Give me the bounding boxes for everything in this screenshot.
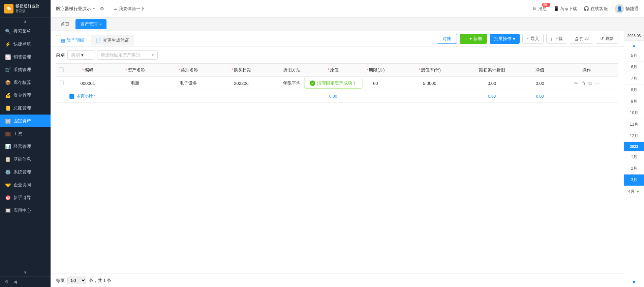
batch-arrow-icon: ▾ (513, 36, 515, 41)
batch-button[interactable]: 批量操作 ▾ (490, 34, 520, 44)
td-code: 000001 (67, 77, 109, 90)
sidebar-item-label: 新手引导 (13, 195, 31, 201)
table-header-row: *编码 *资产名称 *类别名称 *购买日期 折旧方法 (56, 64, 618, 77)
topbar-user[interactable]: 👤 畅捷通 (615, 4, 639, 13)
cal-month-12[interactable]: 12月 (624, 130, 644, 142)
cal-month-5[interactable]: 5月 (624, 50, 644, 62)
sidebar-item-sales[interactable]: 📈 销售管理 (0, 51, 51, 63)
th-actions: 操作 (555, 64, 618, 77)
delete-icon[interactable]: 🗑 (581, 81, 586, 86)
asset-detail-icon: ▦ (61, 38, 65, 43)
refresh-icon: ↺ (600, 36, 604, 41)
topbar-online-service[interactable]: 🎧 在线客服 (584, 6, 608, 12)
refresh-button[interactable]: ↺ 刷新 (596, 34, 618, 44)
sidebar-item-purchase[interactable]: 🛒 采购管理 (0, 63, 51, 76)
cal-month-10[interactable]: 10月 (624, 107, 644, 119)
cal-month-4[interactable]: 4月 ▼ (624, 186, 644, 197)
th-purchase-date: *购买日期 (215, 64, 268, 77)
topbar-gear-icon[interactable]: ⚙ (100, 6, 104, 12)
sidebar-item-ledger[interactable]: 📒 总账管理 (0, 102, 51, 115)
edit-icon[interactable]: ✏ (574, 81, 578, 86)
sidebar-scroll-down[interactable]: ▼ (0, 269, 51, 276)
fund-icon: 💰 (5, 93, 11, 98)
sidebar-item-ops[interactable]: 📊 经营管理 (0, 140, 51, 153)
per-page-label: 每页 (56, 278, 65, 284)
per-page-select[interactable]: 50 10 20 100 (67, 277, 86, 284)
sidebar-item-fund[interactable]: 💰 资金管理 (0, 89, 51, 102)
fixed-asset-icon: 🏢 (5, 118, 11, 124)
td-residual-rate: 5.0000 (400, 77, 459, 90)
th-category: *类别名称 (162, 64, 215, 77)
sidebar-item-label: 资金管理 (13, 92, 31, 98)
import-button[interactable]: ↑ 导入 (522, 34, 544, 44)
filter-select-arrow: ▾ (81, 53, 84, 58)
print-button[interactable]: 🖨 打印 (570, 34, 593, 44)
row-checkbox[interactable] (59, 81, 64, 85)
new-plus-icon: + (465, 36, 467, 41)
subtotal-net-value: 0.00 (525, 90, 555, 103)
th-residual-rate: *残值率(%) (400, 64, 459, 77)
subtotal-accumulated: 0.00 (459, 90, 525, 103)
topbar-message[interactable]: 🖥 消息 99+ (532, 6, 547, 12)
calendar-scroll: 5月 6月 7月 8月 9月 10月 11月 12月 2023 1月 2月 3月… (624, 50, 644, 278)
topbar-app-download[interactable]: 📱 App下载 (554, 6, 577, 12)
subtab-asset-detail[interactable]: ▦ 资产明细 (56, 35, 89, 46)
td-accumulated-depreciation: 0.00 (459, 77, 525, 90)
search-icon: 🔍 (5, 29, 11, 34)
download-icon: ↓ (551, 36, 553, 41)
cal-month-3-active[interactable]: 3月 (624, 174, 644, 186)
new-button[interactable]: + + 新增 (460, 34, 487, 44)
filter-category-select[interactable]: 类别 ▾ (67, 50, 94, 60)
calendar-scroll-down[interactable]: ▼ (624, 278, 644, 287)
sidebar-item-label: 固定资产 (13, 118, 31, 124)
sidebar-item-app-center[interactable]: 🔲 应用中心 (0, 204, 51, 217)
sidebar-item-inventory[interactable]: 📦 库存核算 (0, 76, 51, 89)
ledger-icon: 📒 (5, 105, 11, 111)
sidebar-item-label: 企业协同 (13, 182, 31, 188)
cal-year-2023[interactable]: 2023 (624, 142, 644, 152)
sidebar-item-basic-info[interactable]: 📋 基础信息 (0, 153, 51, 166)
tab-close-icon[interactable]: × (100, 22, 102, 26)
sidebar-item-guide[interactable]: 🎯 新手引导 (0, 191, 51, 204)
sidebar-item-sys[interactable]: ⚙️ 系统管理 (0, 166, 51, 179)
td-category: 电子设备 (162, 77, 215, 90)
download-button[interactable]: ↓ 下载 (546, 34, 568, 44)
guide-icon: 🎯 (5, 195, 11, 200)
subtotal-label-cell: 本页小计： (67, 90, 316, 103)
cal-month-11[interactable]: 11月 (624, 119, 644, 130)
subtab-change-voucher[interactable]: 📄 变更生成凭证 (91, 35, 134, 45)
filter-category-dropdown[interactable]: 请选择固定资产类别 ▾ (97, 50, 158, 60)
sidebar-item-search[interactable]: 🔍 搜索菜单 (0, 25, 51, 38)
collapse-icon[interactable]: ◀ (13, 279, 17, 284)
sys-icon: ⚙️ (5, 169, 11, 175)
print-icon: 🖨 (574, 36, 579, 41)
td-actions: ✏ 🗑 ⧉ ⋯ (555, 77, 618, 90)
calendar-scroll-up[interactable]: ▲ (624, 41, 644, 50)
sidebar-item-corp[interactable]: 🤝 企业协同 (0, 179, 51, 191)
cal-month-6[interactable]: 6月 (624, 62, 644, 73)
sidebar-item-label: 系统管理 (13, 169, 31, 175)
copy-icon[interactable]: ⧉ (588, 81, 592, 86)
quick-nav-icon: ⚡ (5, 41, 11, 47)
topbar-experience[interactable]: ☁ 我要体验一下 (113, 6, 145, 12)
sidebar-item-label: 工资 (13, 131, 22, 137)
sidebar-item-fixed-asset[interactable]: 🏢 固定资产 (0, 115, 51, 127)
cal-month-8[interactable]: 8月 (624, 85, 644, 96)
filter-bar: 类别 类别 ▾ 请选择固定资产类别 ▾ (51, 47, 624, 63)
settings-icon[interactable]: ⚙ (5, 279, 9, 284)
cal-month-1[interactable]: 1月 (624, 152, 644, 163)
cal-month-7[interactable]: 7月 (624, 73, 644, 85)
sidebar-item-payroll[interactable]: 💼 工资 (0, 127, 51, 140)
cal-month-2[interactable]: 2月 (624, 163, 644, 174)
sidebar-scroll-up[interactable]: ▲ (0, 18, 51, 25)
topbar-company-chevron[interactable]: ▾ (93, 6, 95, 11)
cal-month-9[interactable]: 9月 (624, 96, 644, 107)
cloud-icon: ☁ (113, 6, 117, 11)
sidebar-item-quick-nav[interactable]: ⚡ 快捷导航 (0, 38, 51, 51)
filter-dropdown-arrow: ▾ (152, 53, 154, 58)
tab-home[interactable]: 首页 (56, 19, 74, 29)
tab-asset-management[interactable]: 资产管理 × (75, 19, 106, 29)
more-icon[interactable]: ⋯ (594, 81, 599, 86)
reconcile-button[interactable]: 对账 (437, 34, 457, 44)
header-checkbox[interactable] (59, 67, 64, 72)
